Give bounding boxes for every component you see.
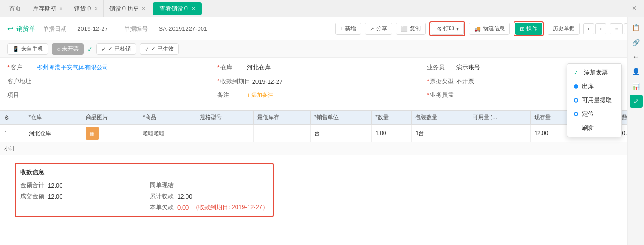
logistics-button[interactable]: 🚚 物流信息 xyxy=(469,23,510,35)
nav-prev[interactable]: ‹ xyxy=(583,23,594,34)
project-field: 项目 — xyxy=(7,91,217,99)
cancel-status-button[interactable]: ✓ ✓ 已核销 xyxy=(96,43,136,55)
view-list-button[interactable]: ≡ xyxy=(610,23,623,34)
doc-no-label: 单据编号 SA-20191227-001 xyxy=(124,25,215,32)
share-button[interactable]: ↗ 分享 xyxy=(365,23,392,35)
payment-wrapper: 收款信息 金额合计 12.00 同单现结 — 成交金额 12.00 累计收款 1… xyxy=(0,155,644,224)
table-header-row: ⚙ *仓库 商品图片 *商品 规格型号 最低库存 *销售单位 *数量 包装数量 … xyxy=(0,111,644,125)
amount-row: 金额合计 12.00 xyxy=(20,181,139,189)
dot-blue-icon xyxy=(574,84,578,89)
staff2-value: — xyxy=(456,92,462,99)
sidebar-icon-return[interactable]: ↩ xyxy=(630,51,643,63)
form-section: 客户 柳州粤港平安气体有限公司 仓库 河北仓库 业务员 演示账号 客户地址 — … xyxy=(0,58,644,110)
cell-row-no: 1 xyxy=(0,125,25,142)
amount-value: 12.00 xyxy=(48,182,63,189)
tab-view-sales-close[interactable]: × xyxy=(192,6,195,12)
col-settings[interactable]: ⚙ xyxy=(0,111,25,125)
note-field: 备注 + 添加备注 xyxy=(217,91,427,99)
check-cancel-icon: ✓ xyxy=(102,46,106,52)
customer-label: 客户 xyxy=(7,63,35,72)
payment-red-box: 收款信息 金额合计 12.00 同单现结 — 成交金额 12.00 累计收款 1… xyxy=(15,163,274,217)
from-phone-button[interactable]: 📱 来自手机 xyxy=(7,43,48,55)
due-note: （收款到期日: 2019-12-27） xyxy=(192,203,268,211)
table-row: 1 河北仓库 ▦ 嘻嘻嘻嘻 台 1.00 1台 12.00 12.00 xyxy=(0,125,644,142)
add-invoice-label: 添加发票 xyxy=(584,68,608,77)
note-label: 备注 xyxy=(217,91,245,99)
print-icon: 🖨 xyxy=(436,26,441,32)
dropdown-locate[interactable]: 定位 xyxy=(567,107,621,121)
tab-sales-order-close[interactable]: × xyxy=(95,6,98,12)
copy-button[interactable]: ⬜ 复制 xyxy=(396,23,426,35)
transaction-value: 12.00 xyxy=(48,193,63,200)
available-qty-label: 可用量提取 xyxy=(582,96,612,104)
address-label: 客户地址 xyxy=(7,77,35,85)
add-note-button[interactable]: + 添加备注 xyxy=(247,91,273,99)
sub-action-bar: 📱 来自手机 ○ 未开票 ✓ ✓ ✓ 已核销 ✓ ✓ 已生效 xyxy=(0,40,644,58)
spacer xyxy=(20,203,139,211)
due-row: 本单欠款 0.00 （收款到期日: 2019-12-27） xyxy=(150,203,268,211)
tab-inventory-init-close[interactable]: × xyxy=(59,6,62,12)
new-button[interactable]: + 新增 xyxy=(335,23,361,35)
cell-unit: 台 xyxy=(310,125,371,142)
same-order-label: 同单现结 xyxy=(150,181,174,189)
warehouse-field: 仓库 河北仓库 xyxy=(217,63,427,72)
copy-icon: ⬜ xyxy=(401,26,408,32)
cell-min-stock xyxy=(253,125,310,142)
nav-next[interactable]: › xyxy=(595,23,606,34)
transaction-row: 成交金额 12.00 xyxy=(20,192,139,200)
doc-title-text: 销货单 xyxy=(16,25,35,33)
sidebar-icon-link[interactable]: 🔗 xyxy=(630,36,643,49)
sidebar-icon-chart[interactable]: 📊 xyxy=(630,80,643,93)
payment-grid: 金额合计 12.00 同单现结 — 成交金额 12.00 累计收款 12.00 xyxy=(20,181,268,211)
check-icon: ✓ xyxy=(87,46,93,53)
dropdown-add-invoice[interactable]: ✓ 添加发票 xyxy=(567,66,621,80)
tab-sales-order[interactable]: 销货单 × xyxy=(68,0,104,17)
warehouse-out-label: 出库 xyxy=(582,82,594,91)
ticket-label: 票据类型 xyxy=(427,77,454,85)
sidebar-icon-expand[interactable]: ⤢ xyxy=(630,95,643,108)
doc-title: ↩ 销货单 xyxy=(7,24,35,33)
customer-value[interactable]: 柳州粤港平安气体有限公司 xyxy=(37,63,108,72)
due-date-label: 收款到期日 xyxy=(217,77,250,85)
cell-qty: 1.00 xyxy=(372,125,412,142)
history-button[interactable]: 历史单据 xyxy=(548,23,580,35)
form-row-1: 客户 柳州粤港平安气体有限公司 仓库 河北仓库 业务员 演示账号 xyxy=(7,63,637,72)
check-mark-icon: ✓ xyxy=(574,69,580,76)
product-table: ⚙ *仓库 商品图片 *商品 规格型号 最低库存 *销售单位 *数量 包装数量 … xyxy=(0,110,644,155)
cumulative-value: 12.00 xyxy=(177,193,192,200)
print-button[interactable]: 🖨 打印 ▾ xyxy=(431,23,464,35)
tab-inventory-init[interactable]: 库存期初 × xyxy=(27,0,68,17)
dropdown-refresh[interactable]: 刷新 xyxy=(567,121,621,135)
window-close-button[interactable]: × xyxy=(628,4,640,13)
doc-header: ↩ 销货单 单据日期 2019-12-27 单据编号 SA-20191227-0… xyxy=(0,17,644,40)
tab-sales-history-label: 销货单历史 xyxy=(109,5,139,13)
same-order-value: — xyxy=(177,182,183,189)
phone-icon: 📱 xyxy=(12,46,19,52)
cell-available xyxy=(469,125,531,142)
tab-sales-history-close[interactable]: × xyxy=(142,6,145,12)
doc-date-label: 单据日期 2019-12-27 xyxy=(43,25,117,32)
col-pack-qty: 包装数量 xyxy=(412,111,469,125)
main-container: ↩ 销货单 单据日期 2019-12-27 单据编号 SA-20191227-0… xyxy=(0,17,644,245)
transaction-label: 成交金额 xyxy=(20,192,44,200)
operate-button[interactable]: ⊞ 操作 xyxy=(515,23,542,35)
effect-status-button[interactable]: ✓ ✓ 已生效 xyxy=(140,43,179,55)
tab-sales-history[interactable]: 销货单历史 × xyxy=(104,0,151,17)
right-sidebar: 📋 🔗 ↩ 👤 📊 ⤢ xyxy=(627,17,644,245)
print-dropdown-icon: ▾ xyxy=(456,26,459,32)
tab-home-label: 首页 xyxy=(9,5,21,13)
sidebar-icon-user[interactable]: 👤 xyxy=(630,65,643,78)
dropdown-warehouse-out[interactable]: 出库 xyxy=(567,80,621,93)
circle-icon: ○ xyxy=(57,46,60,52)
not-open-button[interactable]: ○ 未开票 xyxy=(52,43,84,55)
sidebar-icon-clipboard[interactable]: 📋 xyxy=(630,21,643,34)
col-spec: 规格型号 xyxy=(196,111,253,125)
ticket-value: 不开票 xyxy=(456,77,474,85)
tab-view-sales[interactable]: 查看销货单 × xyxy=(153,2,202,15)
tab-home[interactable]: 首页 xyxy=(4,0,27,17)
dropdown-available-qty[interactable]: 可用量提取 xyxy=(567,93,621,107)
project-value: — xyxy=(37,92,43,99)
tab-sales-order-label: 销货单 xyxy=(74,5,92,13)
doc-actions: + 新增 ↗ 分享 ⬜ 复制 🖨 打印 ▾ 🚚 物流信息 xyxy=(335,21,637,36)
warehouse-label: 仓库 xyxy=(217,63,245,72)
